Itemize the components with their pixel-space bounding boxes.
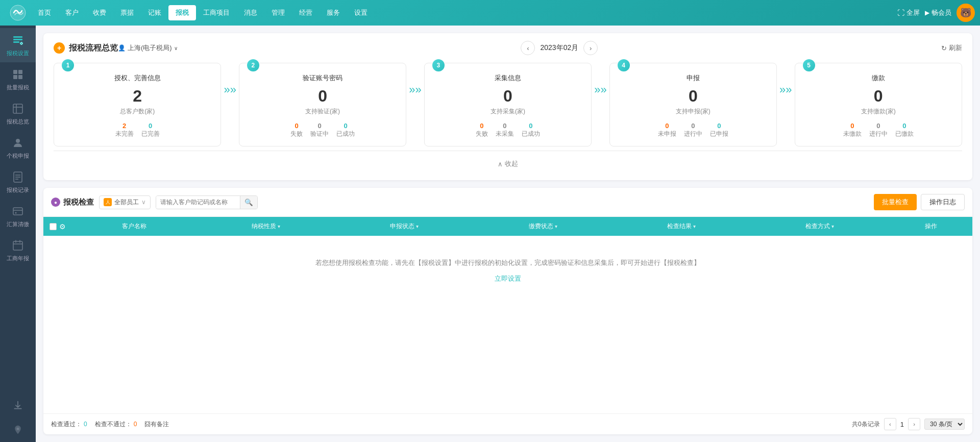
search-button[interactable]: 🔍: [240, 196, 257, 209]
location-person-icon: 👤: [118, 44, 126, 52]
step-5-subtitle: 支持缴款(家): [803, 107, 954, 116]
th-checkbox: ⚙: [43, 217, 72, 236]
vip-btn[interactable]: ▶ 畅会员: [925, 8, 951, 17]
refresh-label: 刷新: [949, 43, 962, 53]
logo[interactable]: [5, 0, 31, 26]
sidebar-item-location[interactable]: [0, 418, 36, 442]
check-title-text: 报税检查: [63, 198, 94, 207]
batch-check-btn[interactable]: 批量检查: [874, 194, 917, 210]
fullscreen-btn[interactable]: ⛶ 全屏: [897, 8, 920, 17]
setup-link[interactable]: 立即设置: [54, 272, 962, 285]
nav-item-client[interactable]: 客户: [58, 5, 86, 20]
collapse-btn[interactable]: ∧ 收起: [54, 155, 962, 173]
sidebar-item-annual-report[interactable]: 工商年报: [0, 233, 36, 267]
step-4-stat-1-label: 进行中: [684, 130, 702, 138]
user-avatar[interactable]: 🐻: [957, 4, 975, 22]
step-1-badge: 1: [62, 59, 74, 71]
sidebar-item-settlement[interactable]: 汇算清缴: [0, 199, 36, 233]
nav-item-manage[interactable]: 管理: [264, 5, 292, 20]
th-check-result: 检查结果 ▾: [612, 217, 750, 236]
filter-icon-1: ▾: [278, 224, 280, 229]
operation-log-btn[interactable]: 操作日志: [921, 194, 965, 210]
settings-gear-icon[interactable]: ⚙: [59, 223, 66, 231]
th-check-method: 检查方式 ▾: [751, 217, 889, 236]
nav-item-invoice[interactable]: 票据: [113, 5, 141, 20]
th-check-result-filter[interactable]: 检查结果 ▾: [667, 222, 696, 231]
step-5-stat-1: 0 进行中: [869, 122, 888, 138]
th-filing-status-filter[interactable]: 申报状态 ▾: [390, 222, 419, 231]
vip-label: 畅会员: [932, 8, 951, 17]
personal-filing-icon: [11, 136, 25, 150]
collapse-label: 收起: [505, 159, 518, 168]
step-1-card: 1 授权、完善信息 2 总客户数(家) 2 未完善 0 已完善: [54, 63, 221, 146]
sidebar-item-batch-tax[interactable]: 批量报税: [0, 62, 36, 96]
sidebar-item-tax-records[interactable]: 报税记录: [0, 165, 36, 199]
tax-records-icon: [11, 170, 25, 184]
step-2-badge: 2: [247, 59, 259, 71]
step-2-count: 0: [247, 88, 398, 104]
step-3-stat-0-num: 0: [476, 122, 488, 130]
step-5-badge: 5: [803, 59, 815, 71]
staff-selector[interactable]: 人 全部员工 ∨: [99, 195, 151, 209]
pagination: 共0条记录 ‹ 1 › 30 条/页: [852, 418, 965, 430]
next-month-btn[interactable]: ›: [583, 41, 598, 55]
step-5-stat-2: 0 已缴款: [895, 122, 914, 138]
step-3-subtitle: 支持采集(家): [432, 107, 583, 116]
step-2-stat-1: 0 验证中: [310, 122, 329, 138]
arrow-1: »»: [221, 83, 238, 96]
step-4-subtitle: 支持申报(家): [618, 107, 769, 116]
chevron-up-icon: ∧: [498, 160, 503, 168]
prev-page-btn[interactable]: ‹: [884, 418, 896, 430]
check-title: ● 报税检查: [51, 198, 94, 207]
location-selector[interactable]: 👤 上海(电子税局) ∨: [118, 43, 178, 53]
page-size-selector[interactable]: 30 条/页: [924, 419, 965, 430]
select-all-checkbox[interactable]: [50, 223, 57, 230]
nav-item-home[interactable]: 首页: [31, 5, 58, 20]
process-steps: 1 授权、完善信息 2 总客户数(家) 2 未完善 0 已完善: [54, 63, 962, 146]
nav-item-bookkeeping[interactable]: 记账: [141, 5, 168, 20]
check-title-icon: ●: [51, 198, 60, 207]
sidebar-item-download[interactable]: [0, 393, 36, 418]
refresh-btn[interactable]: ↻ 刷新: [941, 43, 962, 53]
top-nav: 首页 客户 收费 票据 记账 报税 工商项目 消息 管理 经营 服务 设置 ⛶ …: [0, 0, 980, 26]
filter-icon-2: ▾: [416, 224, 419, 229]
process-title-text: 报税流程总览: [69, 43, 118, 54]
th-check-method-filter[interactable]: 检查方式 ▾: [805, 222, 834, 231]
step-2-stat-0-num: 0: [290, 122, 303, 130]
th-fee-status-filter[interactable]: 缴费状态 ▾: [529, 222, 557, 231]
batch-tax-icon: [11, 67, 25, 82]
search-input[interactable]: [156, 196, 240, 208]
step-2-stats: 0 失败 0 验证中 0 已成功: [247, 122, 398, 138]
svg-rect-8: [18, 75, 22, 79]
empty-message: 若您想使用报税检查功能，请先在【报税设置】中进行报税的初始化设置，完成密码验证和…: [43, 236, 972, 306]
nav-item-operation[interactable]: 经营: [292, 5, 320, 20]
th-tax-nature-filter[interactable]: 纳税性质 ▾: [252, 222, 280, 231]
nav-item-settings[interactable]: 设置: [347, 5, 375, 20]
empty-message-text: 若您想使用报税检查功能，请先在【报税设置】中进行报税的初始化设置，完成密码验证和…: [315, 259, 700, 266]
nav-item-message[interactable]: 消息: [237, 5, 264, 20]
step-2-stat-2-label: 已成功: [336, 130, 355, 138]
sidebar-label-tax-records: 报税记录: [7, 186, 29, 194]
filter-icon-4: ▾: [693, 224, 696, 229]
pass-count-link[interactable]: 0: [84, 421, 87, 428]
next-page-btn[interactable]: ›: [908, 418, 920, 430]
nav-item-tax[interactable]: 报税: [168, 5, 196, 20]
process-overview-card: + 报税流程总览 👤 上海(电子税局) ∨ ‹ 2023年02月 › ↻: [43, 33, 972, 180]
page-current-num: 1: [900, 421, 904, 428]
step-5-stat-0-label: 未缴款: [843, 130, 862, 138]
footer-note-stat: 囧有备注: [144, 420, 169, 429]
prev-month-btn[interactable]: ‹: [521, 41, 535, 55]
main-layout: 报税设置 批量报税 报税总览 个税申报 报税记录: [0, 26, 980, 442]
sidebar-item-personal-filing[interactable]: 个税申报: [0, 131, 36, 165]
sidebar-item-tax-settings[interactable]: 报税设置: [0, 28, 36, 62]
step-4-stat-0-label: 未申报: [658, 130, 676, 138]
check-actions: 批量检查 操作日志: [874, 194, 965, 210]
nav-item-fee[interactable]: 收费: [86, 5, 113, 20]
sidebar-item-tax-overview[interactable]: 报税总览: [0, 96, 36, 131]
step-2-stat-2-num: 0: [336, 122, 355, 130]
fail-count-link[interactable]: 0: [134, 421, 137, 428]
svg-rect-2: [13, 39, 22, 40]
th-tax-nature: 纳税性质 ▾: [197, 217, 335, 236]
nav-item-business[interactable]: 工商项目: [196, 5, 237, 20]
nav-item-service[interactable]: 服务: [320, 5, 347, 20]
